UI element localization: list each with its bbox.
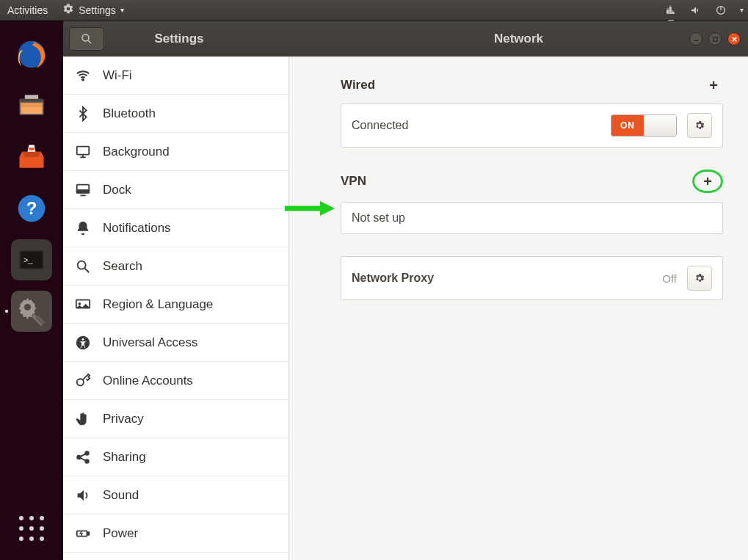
window-minimize-button[interactable]: [689, 32, 702, 46]
sidebar-item-online-accounts[interactable]: Online Accounts: [63, 362, 288, 400]
svg-line-38: [85, 268, 90, 272]
wired-settings-button[interactable]: [687, 113, 712, 138]
vpn-row: Not set up: [341, 202, 723, 234]
svg-rect-35: [77, 190, 90, 193]
wired-connection-row: Connected ON: [341, 103, 723, 148]
battery-icon: [75, 526, 91, 542]
tray-caret-icon[interactable]: ▾: [740, 6, 744, 14]
svg-line-48: [80, 457, 85, 460]
svg-line-25: [88, 40, 91, 43]
wifi-icon: [75, 68, 91, 84]
sidebar-item-region[interactable]: Region & Language: [63, 286, 288, 324]
dock-show-apps-icon[interactable]: [19, 516, 44, 541]
sidebar-item-search[interactable]: Search: [63, 247, 288, 286]
network-panel: Wired + Connected ON VPN + Not set up: [289, 57, 748, 560]
sidebar-item-label: Notifications: [103, 221, 171, 236]
sidebar-item-sharing[interactable]: Sharing: [63, 438, 288, 476]
settings-search-button[interactable]: [69, 27, 104, 51]
dock-software-icon[interactable]: [11, 137, 52, 178]
sidebar-item-label: Wi-Fi: [103, 68, 132, 83]
proxy-heading: Network Proxy: [352, 272, 662, 285]
svg-rect-50: [87, 532, 89, 535]
svg-point-24: [82, 34, 89, 41]
sidebar-item-label: Dock: [103, 183, 131, 197]
svg-marker-52: [320, 201, 335, 216]
svg-point-43: [77, 379, 84, 385]
dock-files-icon[interactable]: [11, 85, 52, 126]
sidebar-item-label: Sharing: [103, 450, 146, 465]
sidebar-item-wifi[interactable]: Wi-Fi: [63, 57, 288, 95]
key-icon: [75, 373, 91, 389]
sidebar-item-access[interactable]: Universal Access: [63, 324, 288, 362]
dock-firefox-icon[interactable]: [11, 34, 52, 75]
wired-section-header: Wired +: [341, 76, 723, 95]
svg-rect-14: [29, 148, 34, 150]
bell-icon: [75, 220, 91, 236]
network-proxy-row[interactable]: Network Proxy Off: [341, 256, 723, 300]
svg-line-47: [80, 454, 85, 457]
activities-label: Activities: [7, 4, 48, 16]
settings-gear-icon: [62, 3, 74, 17]
speaker-icon: [75, 487, 91, 503]
power-tray-icon[interactable]: [715, 4, 727, 16]
annotation-arrow-icon: [283, 200, 335, 217]
svg-text:>_: >_: [23, 255, 33, 264]
volume-tray-icon[interactable]: [690, 4, 702, 16]
sidebar-item-label: Bluetooth: [103, 106, 156, 121]
wired-status-text: Connected: [352, 119, 611, 132]
monitor-icon: [75, 144, 91, 160]
svg-point-40: [79, 302, 81, 305]
sidebar-item-bluetooth[interactable]: Bluetooth: [63, 95, 288, 133]
search-icon: [75, 258, 91, 274]
dock-settings-icon[interactable]: [11, 291, 52, 332]
settings-sidebar: Wi-Fi Bluetooth Background Dock Notifica…: [63, 57, 289, 560]
sidebar-item-label: Region & Language: [103, 297, 213, 312]
app-menu-button[interactable]: Settings ▾: [62, 3, 124, 17]
svg-rect-1: [669, 7, 672, 13]
vpn-section-header: VPN +: [341, 170, 723, 193]
window-maximize-button[interactable]: [708, 32, 722, 46]
hand-icon: [75, 411, 91, 427]
svg-point-37: [78, 261, 86, 269]
dock-terminal-icon[interactable]: >_: [11, 239, 52, 280]
svg-rect-2: [672, 12, 675, 14]
sidebar-item-sound[interactable]: Sound: [63, 476, 288, 514]
app-menu-caret-icon: ▾: [120, 6, 124, 14]
svg-rect-12: [21, 103, 42, 107]
app-menu-label: Settings: [79, 4, 116, 16]
activities-button[interactable]: Activities: [7, 4, 48, 16]
sidebar-item-label: Privacy: [103, 412, 144, 426]
sidebar-item-label: Sound: [103, 488, 139, 503]
wired-toggle-on-label: ON: [611, 115, 644, 136]
sidebar-item-label: Search: [103, 259, 142, 274]
vpn-status-text: Not set up: [352, 211, 712, 225]
gnome-top-panel: Activities Settings ▾ ▾: [0, 0, 748, 21]
settings-window: Settings Network Wi-Fi Bluetooth B: [63, 21, 748, 560]
share-icon: [75, 449, 91, 465]
sidebar-item-label: Universal Access: [103, 335, 197, 350]
sidebar-item-notifications[interactable]: Notifications: [63, 209, 288, 247]
proxy-settings-button[interactable]: [687, 266, 712, 291]
svg-rect-13: [25, 95, 38, 99]
wired-add-button[interactable]: +: [704, 76, 723, 95]
wired-toggle-knob: [644, 115, 676, 136]
sidebar-item-background[interactable]: Background: [63, 133, 288, 171]
svg-rect-0: [667, 10, 669, 13]
system-tray: ▾: [665, 4, 744, 16]
sidebar-item-label: Power: [103, 526, 138, 541]
vpn-add-button[interactable]: +: [692, 170, 723, 193]
network-tray-icon[interactable]: [665, 4, 677, 16]
sidebar-item-label: Online Accounts: [103, 374, 193, 388]
bluetooth-icon: [75, 106, 91, 122]
dock-help-icon[interactable]: ?: [11, 188, 52, 229]
svg-point-30: [82, 79, 84, 80]
sidebar-item-privacy[interactable]: Privacy: [63, 400, 288, 438]
sidebar-item-dock[interactable]: Dock: [63, 171, 288, 209]
window-titlebar: Settings Network: [63, 21, 748, 57]
wired-toggle[interactable]: ON: [611, 114, 677, 137]
sidebar-item-power[interactable]: Power: [63, 514, 288, 553]
window-close-button[interactable]: [727, 32, 741, 46]
proxy-state-text: Off: [662, 272, 677, 285]
svg-point-22: [24, 304, 31, 310]
panel-title: Network: [494, 32, 543, 46]
